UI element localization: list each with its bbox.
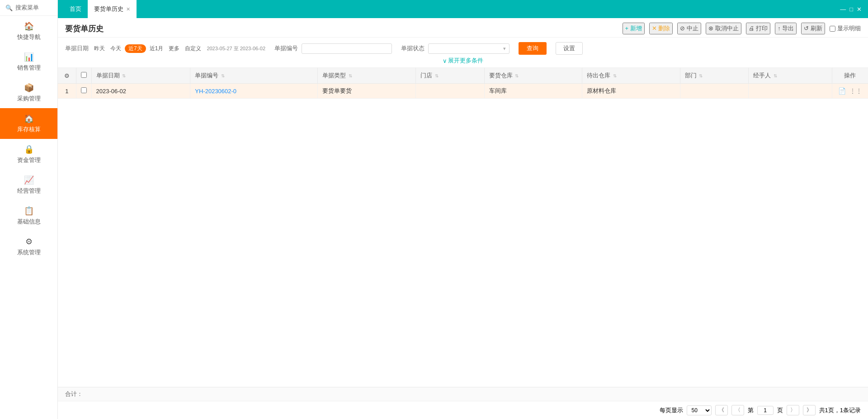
query-button[interactable]: 查询 — [519, 42, 547, 55]
content-area: 要货单历史 + 新增 ✕ 删除 ⊘ 中止 ⊗ 取消中止 🖨 打印 ↑ 导出 ↺ … — [58, 18, 868, 419]
sort-icon-pending-warehouse: ⇅ — [613, 73, 617, 78]
sidebar-item-label: 快捷导航 — [17, 33, 41, 41]
page-size-select[interactable]: 10 20 50 100 — [687, 405, 712, 415]
select-all-checkbox[interactable] — [81, 72, 87, 78]
sidebar-item-label: 基础信息 — [17, 218, 41, 226]
delete-button[interactable]: ✕ 删除 — [649, 23, 673, 34]
cancel-suspend-button[interactable]: ⊗ 取消中止 — [706, 23, 741, 34]
th-date[interactable]: 单据日期 ⇅ — [91, 68, 190, 84]
date-btn-more[interactable]: 更多 — [167, 44, 181, 53]
setting-button[interactable]: 设置 — [556, 42, 583, 55]
box-icon: 📦 — [24, 83, 34, 93]
footer-summary: 合计： — [58, 387, 868, 401]
page-title: 要货单历史 — [65, 24, 104, 34]
sort-icon-handler: ⇅ — [774, 73, 777, 78]
sort-icon-store: ⇅ — [435, 73, 439, 78]
row-dept — [680, 84, 749, 99]
sidebar-item-sales[interactable]: 📊 销售管理 — [0, 47, 57, 77]
info-icon: 📋 — [24, 206, 34, 216]
sidebar-search-label: 搜索菜单 — [15, 4, 39, 12]
refresh-button[interactable]: ↺ 刷新 — [801, 23, 825, 34]
date-buttons: 昨天 今天 近7天 近1月 更多 自定义 — [92, 44, 203, 53]
doc-no-label: 单据编号 — [274, 44, 298, 52]
show-detail-label: 显示明细 — [837, 24, 861, 33]
page-label-after: 页 — [777, 406, 783, 414]
row-no: YH-20230602-0 — [190, 84, 318, 99]
th-dept[interactable]: 部门 ⇅ — [680, 68, 749, 84]
doc-status-select-wrapper — [428, 43, 509, 54]
edit-icon[interactable]: 📄 — [838, 87, 846, 95]
expand-chevron-icon: ∨ — [443, 57, 447, 64]
th-type[interactable]: 单据类型 ⇅ — [318, 68, 416, 84]
tab-home[interactable]: 首页 — [63, 0, 88, 18]
date-filter-group: 单据日期 昨天 今天 近7天 近1月 更多 自定义 2023-05-27 至 2… — [65, 44, 265, 53]
filter-row-1: 单据日期 昨天 今天 近7天 近1月 更多 自定义 2023-05-27 至 2… — [65, 42, 861, 55]
more-icon[interactable]: ⋮⋮ — [849, 87, 862, 95]
row-ops: 📄 ⋮⋮ — [832, 84, 868, 99]
sidebar-item-inventory[interactable]: 🏠 库存核算 — [0, 108, 57, 139]
sort-icon-type: ⇅ — [349, 73, 352, 78]
topbar-right-actions: — □ ✕ — [839, 6, 863, 13]
new-button[interactable]: + 新增 — [623, 23, 645, 34]
sidebar-item-label: 库存核算 — [17, 125, 41, 133]
th-store[interactable]: 门店 ⇅ — [415, 68, 484, 84]
sidebar-item-label: 系统管理 — [17, 248, 41, 257]
tab-requisition-label: 要货单历史 — [94, 5, 123, 13]
sort-icon-req-warehouse: ⇅ — [515, 73, 519, 78]
ops-icons: 📄 ⋮⋮ — [837, 87, 864, 95]
sidebar-item-purchase[interactable]: 📦 采购管理 — [0, 77, 57, 108]
export-button[interactable]: ↑ 导出 — [775, 23, 797, 34]
minimize-button[interactable]: — — [839, 6, 847, 13]
sidebar-item-quick-nav[interactable]: 🏠 快捷导航 — [0, 16, 57, 47]
prev-page-button[interactable]: 〈 — [731, 405, 744, 415]
topbar: 首页 要货单历史 ✕ — □ ✕ — [58, 0, 868, 18]
doc-status-select[interactable] — [428, 43, 509, 54]
th-req-warehouse[interactable]: 要货仓库 ⇅ — [484, 68, 582, 84]
th-settings[interactable]: ⚙ — [58, 68, 76, 84]
th-no[interactable]: 单据编号 ⇅ — [190, 68, 318, 84]
show-detail-checkbox[interactable] — [830, 26, 835, 32]
tab-close-icon[interactable]: ✕ — [126, 6, 130, 12]
sidebar-item-finance[interactable]: 🔒 资金管理 — [0, 139, 57, 170]
row-checkbox[interactable] — [81, 87, 87, 93]
first-page-button[interactable]: 《 — [715, 405, 728, 415]
doc-no-filter-group: 单据编号 — [274, 43, 392, 54]
sidebar-search[interactable]: 🔍 搜索菜单 — [0, 0, 57, 16]
tab-requisition-history[interactable]: 要货单历史 ✕ — [88, 0, 137, 18]
page-header: 要货单历史 + 新增 ✕ 删除 ⊘ 中止 ⊗ 取消中止 🖨 打印 ↑ 导出 ↺ … — [58, 18, 868, 38]
doc-status-label: 单据状态 — [401, 44, 425, 52]
doc-status-filter-group: 单据状态 — [401, 43, 509, 54]
sidebar-item-basic-info[interactable]: 📋 基础信息 — [0, 200, 57, 231]
next-page-button[interactable]: 〉 — [787, 405, 799, 415]
toolbar: + 新增 ✕ 删除 ⊘ 中止 ⊗ 取消中止 🖨 打印 ↑ 导出 ↺ 刷新 显示明… — [623, 23, 861, 34]
page-number-input[interactable] — [757, 406, 774, 415]
table-area: ⚙ 单据日期 ⇅ 单据编号 ⇅ 单据类型 ⇅ 门店 ⇅ 要货仓库 ⇅ 待出仓库 … — [58, 68, 868, 387]
expand-more-button[interactable]: ∨ 展开更多条件 — [443, 57, 483, 65]
sidebar: 🔍 搜索菜单 🏠 快捷导航 📊 销售管理 📦 采购管理 🏠 库存核算 🔒 资金管… — [0, 0, 58, 419]
summary-label: 合计： — [65, 390, 83, 397]
date-range-display: 2023-05-27 至 2023-06-02 — [207, 45, 265, 52]
row-no-link[interactable]: YH-20230602-0 — [195, 88, 236, 95]
date-btn-7days[interactable]: 近7天 — [125, 44, 146, 53]
ops-icon: 📈 — [24, 175, 34, 185]
sidebar-item-system[interactable]: ⚙ 系统管理 — [0, 231, 57, 262]
print-button[interactable]: 🖨 打印 — [746, 23, 771, 34]
total-info: 共1页，1条记录 — [819, 406, 861, 414]
date-btn-today[interactable]: 今天 — [108, 44, 123, 53]
row-check[interactable] — [76, 84, 91, 99]
date-btn-1month[interactable]: 近1月 — [148, 44, 165, 53]
date-btn-yesterday[interactable]: 昨天 — [92, 44, 107, 53]
close-button[interactable]: ✕ — [856, 6, 863, 13]
th-handler[interactable]: 经手人 ⇅ — [749, 68, 832, 84]
last-page-button[interactable]: 》 — [803, 405, 816, 415]
show-detail-toggle[interactable]: 显示明细 — [830, 24, 861, 33]
page-size-label: 每页显示 — [660, 406, 683, 414]
row-num: 1 — [58, 84, 76, 99]
doc-no-input[interactable] — [302, 43, 392, 54]
maximize-button[interactable]: □ — [849, 6, 854, 13]
sidebar-item-operations[interactable]: 📈 经营管理 — [0, 170, 57, 200]
suspend-button[interactable]: ⊘ 中止 — [677, 23, 701, 34]
th-check[interactable] — [76, 68, 91, 84]
th-pending-warehouse[interactable]: 待出仓库 ⇅ — [582, 68, 680, 84]
date-btn-custom[interactable]: 自定义 — [183, 44, 203, 53]
